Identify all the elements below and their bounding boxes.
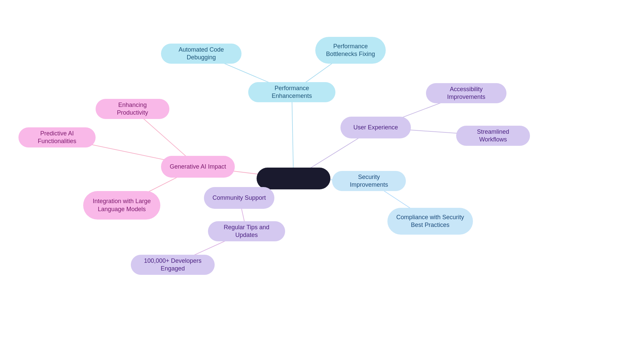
center-node[interactable] [257,168,330,189]
streamlined-workflows-node[interactable]: Streamlined Workflows [456,126,530,146]
enhancing-productivity-node[interactable]: Enhancing Productivity [96,99,169,119]
integration-llm-node[interactable]: Integration with Large Language Models [83,191,160,220]
security-improvements-node[interactable]: Security Improvements [332,171,406,191]
automated-code-debugging-node[interactable]: Automated Code Debugging [161,44,241,64]
user-experience-node[interactable]: User Experience [340,117,411,138]
predictive-ai-node[interactable]: Predictive AI Functionalities [18,127,96,147]
regular-tips-node[interactable]: Regular Tips and Updates [208,221,285,241]
svg-line-0 [292,92,293,179]
performance-bottlenecks-node[interactable]: Performance Bottlenecks Fixing [315,37,386,64]
generative-ai-impact-node[interactable]: Generative AI Impact [161,156,235,178]
accessibility-improvements-node[interactable]: Accessibility Improvements [426,83,506,103]
performance-enhancements-node[interactable]: Performance Enhancements [248,82,335,102]
developers-engaged-node[interactable]: 100,000+ Developers Engaged [131,255,215,275]
compliance-security-node[interactable]: Compliance with Security Best Practices [387,208,473,235]
community-support-node[interactable]: Community Support [204,187,274,209]
